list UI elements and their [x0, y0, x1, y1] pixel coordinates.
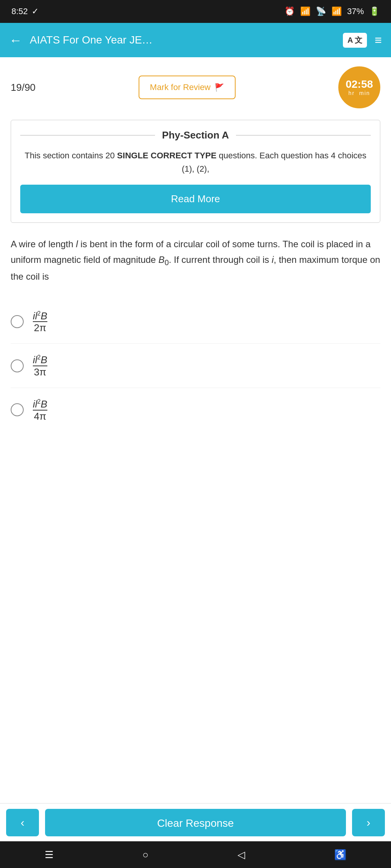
radio-1[interactable]: [11, 315, 24, 328]
alarm-icon: ⏰: [284, 6, 295, 16]
bottom-navigation: ‹ Clear Response ›: [0, 803, 391, 841]
section-box: Phy-Section A This section contains 20 S…: [11, 120, 380, 223]
timer-hr: hr: [349, 90, 355, 96]
status-check-icon: ✓: [32, 6, 39, 16]
android-home-icon[interactable]: ○: [142, 849, 149, 861]
status-bar: 8:52 ✓ ⏰ 📶 📡 📶 37% 🔋: [0, 0, 391, 23]
radio-3[interactable]: [11, 403, 24, 416]
app-bar-title: AIATS For One Year JE…: [30, 34, 335, 46]
next-icon: ›: [367, 816, 370, 829]
clear-response-button[interactable]: Clear Response: [45, 809, 346, 836]
option-1[interactable]: il2B 2π: [11, 300, 380, 344]
data-icon: 📶: [300, 6, 310, 16]
question-header: 19/90 Mark for Review 🚩 02:58 hr min: [11, 66, 380, 108]
android-nav-bar: ☰ ○ ◁ ♿: [0, 841, 391, 868]
option-3-denominator: 4π: [34, 411, 46, 421]
section-title: Phy-Section A: [155, 129, 236, 141]
timer-circle: 02:58 hr min: [338, 66, 380, 108]
menu-button[interactable]: ≡: [375, 33, 382, 47]
translate-label: A 文: [347, 35, 362, 45]
previous-button[interactable]: ‹: [6, 809, 39, 836]
question-text: A wire of length l is bent in the form o…: [11, 237, 380, 284]
option-1-denominator: 2π: [34, 323, 46, 333]
option-1-formula: il2B 2π: [33, 311, 47, 333]
option-3-numerator: il2B: [33, 399, 47, 409]
android-menu-icon[interactable]: ☰: [45, 849, 53, 861]
option-2[interactable]: il2B 3π: [11, 344, 380, 388]
status-time: 8:52: [11, 6, 28, 16]
wifi-icon: 📡: [316, 6, 326, 16]
section-title-line-left: [20, 135, 155, 135]
battery-percent: 37%: [347, 6, 364, 16]
next-button[interactable]: ›: [352, 809, 385, 836]
mark-review-label: Mark for Review: [150, 82, 211, 92]
android-accessibility-icon[interactable]: ♿: [334, 849, 346, 861]
section-description: This section contains 20 SINGLE CORRECT …: [20, 149, 371, 176]
section-title-line-right: [236, 135, 371, 135]
translate-button[interactable]: A 文: [343, 33, 367, 48]
prev-icon: ‹: [21, 816, 24, 829]
question-number: 19/90: [11, 82, 36, 93]
read-more-button[interactable]: Read More: [20, 185, 371, 213]
timer-min: min: [359, 90, 370, 96]
option-3[interactable]: il2B 4π: [11, 388, 380, 432]
back-button[interactable]: ←: [9, 33, 22, 48]
status-bar-right: ⏰ 📶 📡 📶 37% 🔋: [284, 6, 380, 16]
section-title-wrapper: Phy-Section A: [20, 129, 371, 141]
option-1-numerator: il2B: [33, 311, 47, 321]
timer-units: hr min: [349, 90, 370, 96]
app-bar: ← AIATS For One Year JE… A 文 ≡: [0, 23, 391, 57]
option-2-numerator: il2B: [33, 354, 47, 365]
option-2-formula: il2B 3π: [33, 354, 47, 377]
options-list: il2B 2π il2B 3π il2B 4π: [11, 300, 380, 432]
option-3-formula: il2B 4π: [33, 399, 47, 421]
flag-icon: 🚩: [215, 83, 224, 92]
battery-icon: 🔋: [369, 6, 380, 16]
main-content: 19/90 Mark for Review 🚩 02:58 hr min Phy…: [0, 57, 391, 803]
android-back-icon[interactable]: ◁: [238, 849, 245, 861]
option-2-denominator: 3π: [34, 367, 46, 377]
signal-icon: 📶: [331, 6, 342, 16]
status-bar-left: 8:52 ✓: [11, 6, 39, 16]
timer-value: 02:58: [346, 79, 373, 90]
mark-for-review-button[interactable]: Mark for Review 🚩: [139, 76, 236, 99]
radio-2[interactable]: [11, 359, 24, 372]
